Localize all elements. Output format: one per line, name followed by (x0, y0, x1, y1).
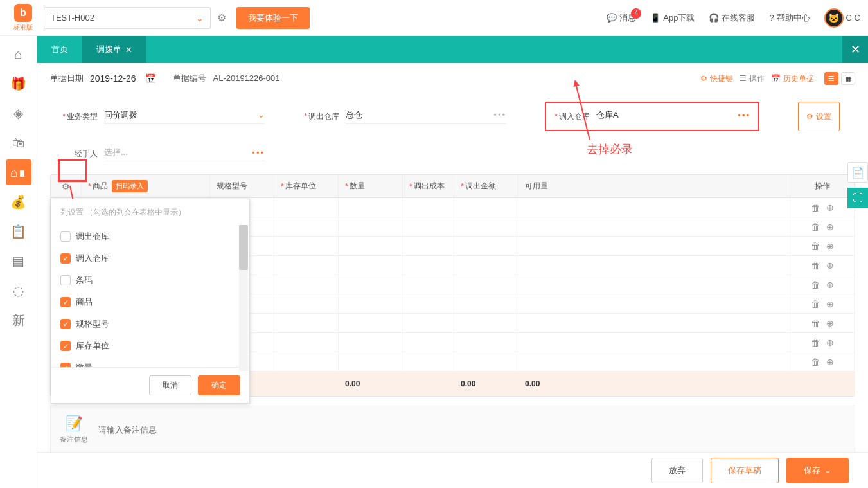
out-warehouse-select[interactable]: 总仓 ••• (346, 109, 506, 124)
service-link[interactable]: 🎧 在线客服 (709, 12, 755, 24)
copy-icon[interactable]: ⊕ (826, 318, 834, 329)
popup-cancel-button[interactable]: 取消 (149, 375, 191, 395)
delete-icon[interactable]: 🗑 (811, 260, 820, 271)
calendar-icon[interactable]: 📅 (145, 73, 156, 84)
col-option[interactable]: ✓调入仓库 (60, 248, 240, 269)
out-warehouse-field: *调出仓库 总仓 ••• (303, 102, 506, 131)
remarks-label: 备注信息 (60, 435, 88, 444)
copy-icon[interactable]: ⊕ (826, 241, 834, 251)
popup-ok-button[interactable]: 确定 (198, 375, 240, 395)
view-grid[interactable]: ▦ (841, 72, 855, 85)
checkbox-icon[interactable]: ✓ (60, 341, 71, 351)
table-header: ⚙ *商品扫码录入 规格型号 *库存单位 *数量 *调出成本 *调出金额 可用量… (51, 175, 855, 198)
remarks-input[interactable] (98, 425, 846, 435)
expand-button[interactable]: ⛶ (847, 188, 868, 208)
delete-icon[interactable]: 🗑 (811, 203, 820, 213)
col-option[interactable]: 调出仓库 (60, 226, 240, 248)
doc-toolbar: 单据日期 2019-12-26 📅 单据编号 AL-20191226-001 ⚙… (37, 63, 868, 94)
history-link[interactable]: 📅历史单据 (771, 73, 814, 84)
main: 首页 调拨单 ✕ ✕ 单据日期 2019-12-26 📅 单据编号 AL-201… (37, 36, 868, 488)
scan-entry-badge[interactable]: 扫码录入 (112, 180, 148, 192)
trial-button[interactable]: 我要体验一下 (236, 7, 310, 29)
view-list[interactable]: ☰ (824, 72, 838, 85)
delete-icon[interactable]: 🗑 (811, 338, 820, 348)
handler-select[interactable]: 选择... ••• (104, 147, 265, 161)
gear-icon[interactable]: ⚙ (217, 12, 226, 24)
chevron-down-icon: ⌄ (196, 13, 204, 23)
sidebar-money[interactable]: 💰 (6, 189, 31, 215)
close-all-tabs[interactable]: ✕ (842, 36, 868, 63)
tenant-select[interactable]: TEST-H002 ⌄ (44, 7, 211, 29)
more-icon: ••• (738, 111, 750, 120)
checkbox-icon[interactable] (60, 231, 71, 242)
checkbox-icon[interactable] (60, 275, 71, 285)
notepad-icon: 📝 (66, 415, 83, 432)
delete-icon[interactable]: 🗑 (811, 299, 820, 309)
copy-icon[interactable]: ⊕ (826, 222, 834, 232)
column-settings-button[interactable]: ⚙ (51, 175, 82, 197)
logo-text: 标准版 (13, 23, 33, 32)
app-download-link[interactable]: 📱 App下载 (650, 12, 695, 24)
sidebar-bag[interactable]: 🛍 (6, 130, 31, 156)
checkbox-icon[interactable]: ✓ (60, 363, 71, 367)
delete-icon[interactable]: 🗑 (811, 280, 820, 290)
bottom-bar: 放弃 保存草稿 保存 ⌄ (37, 452, 868, 488)
tab-transfer[interactable]: 调拨单 ✕ (82, 36, 146, 63)
shortcut-link[interactable]: ⚙快捷键 (700, 73, 733, 84)
service-label: 在线客服 (722, 12, 755, 24)
column-settings-popup: 列设置 （勾选的列会在表格中显示） 调出仓库 ✓调入仓库 条码 ✓商品 ✓规格型… (51, 199, 250, 404)
ops-link[interactable]: ☰操作 (740, 73, 765, 84)
copy-icon[interactable]: ⊕ (826, 338, 834, 348)
col-qty: *数量 (339, 175, 403, 197)
copy-icon[interactable]: ⊕ (826, 203, 834, 213)
delete-icon[interactable]: 🗑 (811, 241, 820, 251)
settings-button[interactable]: ⚙ 设置 (798, 102, 840, 131)
sidebar-home[interactable]: ⌂ (6, 41, 31, 67)
delete-icon[interactable]: 🗑 (811, 357, 820, 367)
sidebar-clipboard[interactable]: 📋 (6, 219, 31, 244)
sidebar-tag[interactable]: ◈ (6, 100, 31, 126)
date-value[interactable]: 2019-12-26 (90, 73, 136, 84)
col-option[interactable]: ✓数量 (60, 357, 240, 367)
save-button[interactable]: 保存 ⌄ (786, 458, 849, 483)
checkbox-icon[interactable]: ✓ (60, 319, 71, 329)
sidebar-new[interactable]: 新 (6, 307, 31, 333)
discard-button[interactable]: 放弃 (651, 458, 703, 483)
scrollbar-thumb[interactable] (239, 225, 248, 270)
sidebar-gift[interactable]: 🎁 (6, 71, 31, 96)
delete-icon[interactable]: 🗑 (811, 318, 820, 329)
checkbox-icon[interactable]: ✓ (60, 253, 71, 264)
help-label: 帮助中心 (777, 12, 810, 24)
in-warehouse-select[interactable]: 仓库A ••• (596, 109, 750, 123)
close-icon[interactable]: ✕ (125, 45, 132, 55)
tab-bar: 首页 调拨单 ✕ ✕ (37, 36, 868, 63)
col-option[interactable]: ✓商品 (60, 291, 240, 313)
copy-icon[interactable]: ⊕ (826, 299, 834, 309)
footer-amount: 0.00 (454, 379, 518, 388)
save-draft-button[interactable]: 保存草稿 (711, 458, 779, 483)
help-link[interactable]: ? 帮助中心 (769, 12, 810, 24)
tab-home[interactable]: 首页 (37, 36, 82, 63)
sidebar-report[interactable]: ▤ (6, 248, 31, 274)
sidebar-warehouse[interactable]: ⌂∎ (6, 159, 31, 185)
popup-list[interactable]: 调出仓库 ✓调入仓库 条码 ✓商品 ✓规格型号 ✓库存单位 ✓数量 单位2 (51, 226, 249, 367)
more-icon: ••• (493, 110, 506, 120)
biz-type-select[interactable]: 同价调拨 ⌄ (104, 109, 265, 124)
checkbox-icon[interactable]: ✓ (60, 297, 71, 307)
col-option[interactable]: 条码 (60, 269, 240, 291)
chevron-down-icon: ⌄ (824, 465, 831, 475)
sidebar-circle[interactable]: ◌ (6, 278, 31, 303)
doc-panel-button[interactable]: 📄 (847, 162, 868, 183)
copy-icon[interactable]: ⊕ (826, 357, 834, 367)
delete-icon[interactable]: 🗑 (811, 222, 820, 232)
header-right: 💬 消息 4 📱 App下载 🎧 在线客服 ? 帮助中心 🐱 C C (607, 8, 860, 28)
date-label: 单据日期 (50, 73, 84, 84)
col-option[interactable]: ✓规格型号 (60, 313, 240, 335)
messages-link[interactable]: 💬 消息 4 (607, 12, 636, 24)
user-menu[interactable]: 🐱 C C (824, 8, 860, 28)
logo-icon: b (14, 4, 32, 22)
col-option[interactable]: ✓库存单位 (60, 335, 240, 357)
copy-icon[interactable]: ⊕ (826, 280, 834, 290)
more-icon: ••• (252, 148, 265, 158)
copy-icon[interactable]: ⊕ (826, 260, 834, 271)
